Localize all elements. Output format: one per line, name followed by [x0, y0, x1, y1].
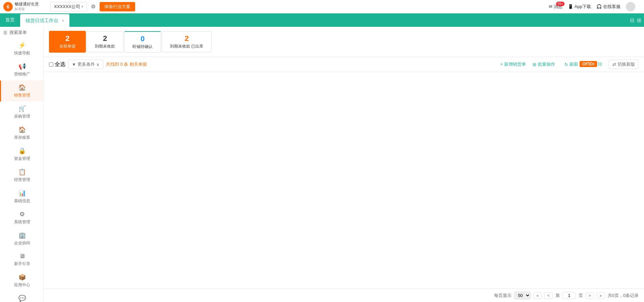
company-name: XXXXXX公司 [54, 4, 80, 10]
sidebar-label-app-center: 应用中心 [14, 282, 30, 288]
summary-card-all[interactable]: 2 全部单据 [49, 31, 86, 53]
system-icon: ⚙ [19, 210, 25, 218]
batch-button[interactable]: ⊞ 批量操作 [530, 60, 558, 69]
summary-cards: 2 全部单据 2 到期未收款 0 旺铺待确认 2 到期未收款 已出库 [44, 27, 644, 57]
card-count-overdue: 2 [95, 34, 115, 43]
refresh-label: 刷新 [570, 61, 578, 67]
summary-card-wangpu[interactable]: 0 旺铺待确认 [124, 31, 161, 53]
sidebar-item-cooperation[interactable]: 🏢 企业协同 [0, 228, 43, 249]
tab-home[interactable]: 首页 [0, 13, 20, 27]
switch-version-button[interactable]: ⇄ 切换新版 [609, 60, 639, 69]
card-label-overdue: 到期未收款 [95, 44, 115, 49]
logo-area: 6 畅捷通好生意 标准版 [3, 2, 47, 12]
app-download-button[interactable]: 📱 App下载 [568, 4, 591, 10]
avatar[interactable] [626, 2, 635, 11]
message-icon: ✉ [549, 4, 552, 9]
nav-tabs-actions: ⊟ ⊞ [630, 17, 644, 23]
sidebar-label-quick-nav: 快捷导航 [14, 50, 30, 56]
online-service-label: 在线客服 [603, 4, 621, 10]
batch-icon: ⊞ [533, 62, 536, 67]
summary-card-overdue[interactable]: 2 到期未收款 [87, 31, 123, 52]
wechat-icon: 💬 [18, 295, 26, 302]
sidebar-item-app-center[interactable]: 📦 应用中心 [0, 270, 43, 291]
tab-close-icon[interactable]: × [62, 18, 64, 23]
sidebar-item-finance[interactable]: 🔒 资金管理 [0, 144, 43, 165]
finance-icon: 🔒 [18, 147, 26, 155]
card-label-all: 全部单据 [58, 44, 77, 49]
sidebar-label-inventory: 库存核算 [14, 135, 30, 140]
sidebar-item-business[interactable]: 📋 经营管理 [0, 165, 43, 186]
sidebar-label-guide: 新手引导 [14, 261, 30, 267]
summary-card-shipped[interactable]: 2 到期未收款 已出库 [162, 31, 212, 52]
filter-button[interactable]: ▼ 更多条件 ∨ [68, 60, 103, 69]
cooperation-icon: 🏢 [18, 232, 26, 239]
sidebar-item-purchase[interactable]: 🛒 采购管理 [0, 102, 43, 123]
card-count-shipped: 2 [170, 34, 203, 43]
per-page-select[interactable]: 50 [514, 292, 531, 299]
inventory-icon: 🏠 [18, 126, 26, 133]
main-layout: ☰ 搜索菜单 ⚡ 快捷导航 📢 营销推广 🏠 销售管理 🛒 采购管理 🏠 库存核… [0, 27, 644, 302]
sidebar-search[interactable]: ☰ 搜索菜单 [0, 27, 43, 38]
sidebar-label-purchase: 采购管理 [14, 114, 30, 119]
often-badge: OfTEn [580, 61, 597, 67]
sidebar-item-system[interactable]: ⚙ 系统管理 [0, 207, 43, 228]
business-icon: 📋 [18, 168, 26, 176]
sidebar-label-sales: 销售管理 [14, 93, 30, 98]
total-label: 共0页，0条记录 [608, 293, 639, 299]
quick-nav-icon: ⚡ [18, 42, 26, 49]
sidebar-item-base-info[interactable]: 📊 基础信息 [0, 186, 43, 207]
guide-icon: 🖥 [19, 253, 25, 260]
found-count-value: 0 [120, 62, 123, 67]
sidebar-item-marketing[interactable]: 📢 营销推广 [0, 59, 43, 80]
logo-icon: 6 [3, 2, 13, 11]
sidebar-item-wechat[interactable]: 💬 企业微信 [0, 291, 43, 302]
nav-tabs-bar: 首页 钱货日清工作台 × ⊟ ⊞ [0, 13, 644, 27]
sidebar-item-inventory[interactable]: 🏠 库存核算 [0, 123, 43, 144]
logo-text: 畅捷通好生意 标准版 [15, 2, 39, 12]
sidebar-item-guide[interactable]: 🖥 新手引导 [0, 249, 43, 270]
sidebar-item-quick-nav[interactable]: ⚡ 快捷导航 [0, 38, 43, 59]
sidebar-label-business: 经营管理 [14, 177, 30, 183]
app-center-icon: 📦 [18, 274, 26, 281]
first-page-button[interactable]: « [533, 292, 542, 299]
tab-expand-icon[interactable]: ⊞ [637, 17, 641, 23]
select-all-input[interactable] [49, 62, 53, 67]
table-area [44, 72, 644, 289]
toolbar-left: 全选 ▼ 更多条件 ∨ 共找到 0 条 相关单据 [49, 60, 147, 69]
filter-label: 更多条件 [77, 61, 95, 67]
content-area: 2 全部单据 2 到期未收款 0 旺铺待确认 2 到期未收款 已出库 全选 [44, 27, 644, 302]
chevron-down-icon: ▾ [82, 5, 83, 8]
messages-badge: 99+ [556, 2, 565, 6]
settings-icon[interactable]: ⚙ [90, 2, 97, 11]
next-page-button[interactable]: > [586, 292, 594, 299]
tab-collapse-icon[interactable]: ⊟ [630, 17, 634, 23]
batch-label: 批量操作 [538, 61, 555, 67]
sidebar: ☰ 搜索菜单 ⚡ 快捷导航 📢 营销推广 🏠 销售管理 🛒 采购管理 🏠 库存核… [0, 27, 44, 302]
messages-button[interactable]: ✉ 消息 99+ [549, 4, 562, 10]
online-service-button[interactable]: 🎧 在线客服 [596, 4, 621, 10]
sidebar-label-system: 系统管理 [14, 219, 30, 225]
page-input[interactable] [562, 292, 576, 299]
last-page-button[interactable]: » [597, 292, 605, 299]
company-selector[interactable]: XXXXXX公司 ▾ [50, 2, 87, 11]
marketing-icon: 📢 [18, 63, 26, 70]
refresh-button[interactable]: ↻ 刷新 [562, 60, 581, 69]
purchase-icon: 🛒 [18, 105, 26, 112]
filter-chevron-icon: ∨ [96, 62, 100, 67]
header-right: ✉ 消息 99+ 📱 App下载 🎧 在线客服 [549, 2, 641, 11]
search-icon: ☰ [3, 30, 7, 35]
card-count-all: 2 [58, 34, 77, 43]
sidebar-label-base-info: 基础信息 [14, 198, 30, 204]
sidebar-label-finance: 资金管理 [14, 156, 30, 162]
prev-page-button[interactable]: < [544, 292, 553, 299]
filter-icon: ▼ [72, 62, 76, 67]
sidebar-item-sales[interactable]: 🏠 销售管理 [0, 80, 43, 102]
trial-button[interactable]: 体验行业方案 [100, 2, 135, 11]
select-all-checkbox[interactable]: 全选 [49, 61, 65, 68]
tab-active[interactable]: 钱货日清工作台 × [20, 14, 69, 27]
page-unit: 页 [579, 293, 583, 299]
per-page-label: 每页显示 [494, 293, 512, 299]
add-sale-button[interactable]: + 新增销货单 [500, 61, 526, 67]
card-label-wangpu: 旺铺待确认 [132, 44, 153, 50]
found-count: 共找到 0 条 相关单据 [106, 61, 147, 67]
